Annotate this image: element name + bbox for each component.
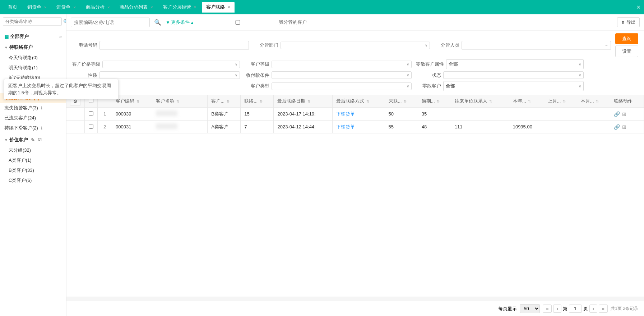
close-customer-tier-tab[interactable]: × — [194, 5, 196, 9]
more-conditions-button[interactable]: ▼ 更多条件 ▲ — [166, 19, 194, 25]
page-input[interactable] — [569, 305, 582, 313]
dept-select[interactable]: ∨ — [281, 42, 430, 49]
phone-input[interactable] — [99, 41, 249, 50]
sidebar-search-icon[interactable]: 🔍 — [63, 19, 66, 24]
last-page-button[interactable]: » — [599, 305, 608, 313]
row2-checkbox[interactable] — [89, 124, 93, 129]
search-button[interactable]: 🔍 — [154, 19, 161, 26]
sidebar-item-loss-warning[interactable]: 流失预警客户(3) ℹ — [0, 103, 66, 113]
tab-analysis[interactable]: 商品分析 × — [82, 2, 114, 13]
th-name[interactable]: 客户名称 ⇅ — [152, 95, 208, 108]
overdue-sort-icon[interactable]: ⇅ — [437, 99, 440, 103]
next-page-button[interactable]: › — [589, 305, 597, 313]
scatter-attr-select[interactable]: 全部 ∨ — [446, 59, 584, 69]
loss-warning-info-icon[interactable]: ℹ — [41, 106, 42, 110]
customer-level-select[interactable]: ∨ — [272, 61, 412, 68]
sidebar-item-unclassified[interactable]: 未分组(32) — [0, 145, 66, 155]
sidebar-all-customers[interactable]: ▦ 全部客户 « — [0, 31, 66, 42]
sidebar-item-lost[interactable]: 已流失客户(24) — [0, 113, 66, 123]
method-sort-icon[interactable]: ⇅ — [366, 99, 369, 103]
value-customers-settings-icon[interactable]: ☑ — [38, 137, 42, 142]
customer-type-arrow-icon: ∨ — [407, 84, 409, 88]
sidebar-value-customers-header[interactable]: ▼ 价值客户 ✎ ☑ — [0, 135, 66, 145]
sidebar-item-class-a[interactable]: A类客户(1) — [0, 155, 66, 165]
price-level-label: 客户价格等级 — [72, 61, 100, 67]
tab-sales[interactable]: 销货单 × — [23, 2, 51, 13]
tab-analysis-list[interactable]: 商品分析列表 × — [115, 2, 157, 13]
query-button[interactable]: 查询 — [615, 33, 638, 44]
sidebar-item-class-b[interactable]: B类客户(33) — [0, 165, 66, 175]
th-last-contact-date[interactable]: 最后联络日期 ⇅ — [274, 95, 333, 108]
th-unread[interactable]: 未联... ⇅ — [385, 95, 418, 108]
close-all-button[interactable]: × — [636, 4, 640, 11]
export-button[interactable]: ⬆ 导出 — [617, 17, 640, 27]
blurred-name-1 — [156, 110, 177, 116]
row1-checkbox[interactable] — [89, 111, 93, 116]
th-this-month[interactable]: 本月... ⇅ — [577, 95, 610, 108]
horizontal-scrollbar[interactable] — [66, 297, 644, 301]
sidebar-item-today[interactable]: 今天待联络(0) — [0, 53, 66, 63]
th-overdue[interactable]: 逾期... ⇅ — [418, 95, 451, 108]
payment-select[interactable]: ∨ — [272, 71, 412, 79]
search-input[interactable] — [71, 18, 150, 27]
unread-sort-icon[interactable]: ⇅ — [404, 99, 407, 103]
person-more-icon[interactable]: ··· — [604, 43, 608, 48]
status-select[interactable]: ∨ — [443, 71, 584, 79]
value-customers-edit-icon[interactable]: ✎ — [31, 137, 35, 143]
sidebar-item-tomorrow[interactable]: 明天待联络(1) — [0, 63, 66, 73]
td-action-1: 🔗 ⊞ — [610, 108, 644, 121]
date-sort-icon[interactable]: ⇅ — [307, 99, 310, 103]
th-contact[interactable]: 联络... ⇅ — [241, 95, 274, 108]
close-analysis-tab[interactable]: × — [107, 5, 110, 9]
sidebar-item-class-c[interactable]: C类客户(6) — [0, 175, 66, 185]
last-month-sort-icon[interactable]: ⇅ — [563, 99, 566, 103]
this-year-sort-icon[interactable]: ⇅ — [528, 99, 531, 103]
last-method-link-2[interactable]: 下销货单 — [336, 124, 355, 129]
sidebar-collapse-btn[interactable]: « — [59, 34, 62, 39]
per-page-select[interactable]: 50 100 — [520, 304, 540, 313]
td-checkbox-1[interactable] — [85, 108, 98, 121]
link-action-icon-1[interactable]: 🔗 — [614, 111, 620, 117]
settings-button[interactable]: 设置 — [615, 46, 638, 57]
th-this-year[interactable]: 本年... ⇅ — [509, 95, 544, 108]
tab-customer-contact[interactable]: 客户联络 × — [202, 2, 234, 13]
close-analysis-list-tab[interactable]: × — [150, 5, 153, 9]
close-purchase-tab[interactable]: × — [73, 5, 75, 9]
declining-info-icon[interactable]: ℹ — [41, 126, 42, 131]
td-checkbox-2[interactable] — [85, 121, 98, 133]
th-contact-person[interactable]: 往来单位联系人 ⇅ — [451, 95, 509, 108]
my-customers-check[interactable] — [198, 20, 277, 25]
last-method-link-1[interactable]: 下销货单 — [336, 111, 355, 117]
this-month-sort-icon[interactable]: ⇅ — [596, 99, 599, 103]
link-action-icon-2[interactable]: 🔗 — [614, 124, 620, 130]
sidebar-search-input[interactable] — [3, 17, 62, 26]
sidebar-item-declining[interactable]: 持续下滑客户(2) ℹ — [0, 123, 66, 133]
contact-person-sort-icon[interactable]: ⇅ — [489, 99, 492, 103]
th-last-contact-method[interactable]: 最后联络方式 ⇅ — [333, 95, 385, 108]
close-sales-tab[interactable]: × — [44, 5, 46, 9]
td-last-method-1[interactable]: 下销货单 — [333, 108, 385, 121]
contact-sort-icon[interactable]: ⇅ — [260, 99, 263, 103]
customer-type-select[interactable]: ∨ — [272, 82, 412, 90]
nature-select[interactable]: ∨ — [99, 71, 240, 79]
tab-home[interactable]: 首页 — [4, 2, 22, 13]
sidebar-pending-header[interactable]: ▼ 待联络客户 — [0, 42, 66, 53]
grid-action-icon-2[interactable]: ⊞ — [622, 124, 626, 130]
price-level-select[interactable]: ∨ — [102, 61, 240, 68]
prev-page-button[interactable]: ‹ — [553, 305, 561, 313]
close-customer-contact-tab[interactable]: × — [228, 5, 230, 9]
scatter-customer-select[interactable]: 全部 ∨ — [443, 81, 584, 91]
person-select[interactable]: ··· — [462, 41, 611, 50]
tab-customer-tier[interactable]: 客户分层经营 × — [159, 2, 200, 13]
first-page-button[interactable]: « — [543, 305, 552, 313]
type-sort-icon[interactable]: ⇅ — [227, 99, 230, 103]
th-type[interactable]: 客户... ⇅ — [208, 95, 241, 108]
my-customers-checkbox[interactable]: 我分管的客户 — [198, 19, 307, 25]
td-last-date-2: 2023-04-12 14:44: — [274, 121, 333, 133]
grid-action-icon-1[interactable]: ⊞ — [622, 111, 626, 117]
code-sort-icon[interactable]: ⇅ — [136, 99, 139, 103]
td-last-method-2[interactable]: 下销货单 — [333, 121, 385, 133]
name-sort-icon[interactable]: ⇅ — [176, 99, 179, 103]
th-last-month[interactable]: 上月... ⇅ — [544, 95, 577, 108]
tab-purchase[interactable]: 进货单 × — [52, 2, 80, 13]
